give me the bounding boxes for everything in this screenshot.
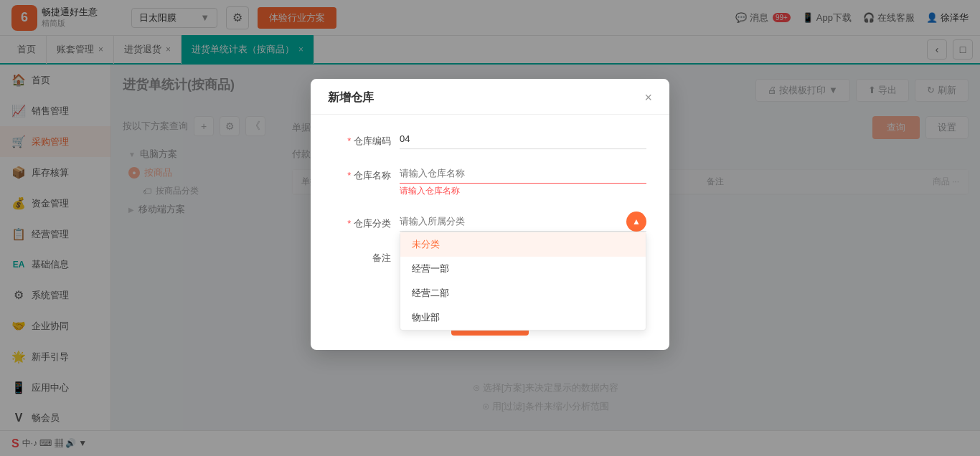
category-option-ops1[interactable]: 经营一部	[400, 257, 646, 281]
category-dropdown-toggle[interactable]: ▲	[626, 212, 646, 232]
remark-label: 备注	[334, 246, 391, 265]
code-row: 仓库编码	[334, 129, 646, 149]
category-select-wrapper: ▲ 未分类 经营一部 经营二部 物业部	[400, 212, 646, 232]
category-option-unclassified[interactable]: 未分类	[400, 232, 646, 257]
modal-body: 仓库编码 仓库名称 请输入仓库名称 仓库分类 ▲ 未分类 经营一部 经营二部	[311, 115, 669, 305]
category-option-property[interactable]: 物业部	[400, 305, 646, 330]
name-error-msg: 请输入仓库名称	[400, 185, 646, 197]
category-row: 仓库分类 ▲ 未分类 经营一部 经营二部 物业部	[334, 212, 646, 232]
modal-title: 新增仓库	[328, 90, 374, 105]
code-label: 仓库编码	[334, 129, 391, 148]
category-input[interactable]	[400, 212, 646, 232]
name-input[interactable]	[400, 163, 646, 184]
code-input[interactable]	[400, 129, 646, 149]
modal-close-button[interactable]: ×	[644, 90, 652, 105]
modal-header: 新增仓库 ×	[311, 79, 669, 115]
name-label: 仓库名称	[334, 163, 391, 182]
category-label: 仓库分类	[334, 212, 391, 230]
name-row: 仓库名称 请输入仓库名称	[334, 163, 646, 197]
category-option-ops2[interactable]: 经营二部	[400, 281, 646, 305]
new-warehouse-modal: 新增仓库 × 仓库编码 仓库名称 请输入仓库名称 仓库分类 ▲ 未分类	[311, 79, 669, 350]
category-dropdown: 未分类 经营一部 经营二部 物业部	[400, 232, 646, 331]
